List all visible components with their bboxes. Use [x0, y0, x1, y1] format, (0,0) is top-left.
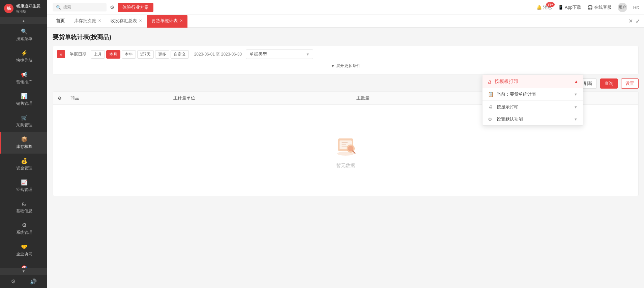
sidebar-scroll-up[interactable]: ▲	[0, 18, 47, 24]
set-default-item[interactable]: ⚙ 设置默认功能 ▼	[482, 113, 583, 125]
sidebar-item-5[interactable]: 📦库存核算	[0, 132, 47, 154]
search-placeholder: 搜索	[63, 4, 71, 10]
search-icon: 🔍	[56, 5, 61, 10]
app-download-icon: 📱	[558, 5, 563, 10]
close-tab-button[interactable]: ✕	[628, 18, 633, 24]
sidebar-item-8[interactable]: 🗂基础信息	[0, 197, 47, 218]
sidebar-icon-8: 🗂	[22, 201, 27, 207]
query-button[interactable]: 查询	[600, 78, 618, 89]
sidebar-scroll-down[interactable]: ▼	[0, 268, 47, 275]
current-template-icon: 📋	[488, 92, 493, 97]
sidebar-footer: ⚙ 🔊	[0, 275, 47, 288]
tab-close-1[interactable]: ✕	[98, 19, 101, 23]
avatar[interactable]: 用户	[618, 3, 627, 12]
expand-more-button[interactable]: ▼ 展开更多条件	[57, 61, 634, 71]
tab-2[interactable]: 收发存汇总表✕	[106, 15, 147, 28]
filter-bar: » 单据日期 上月本月本年近7天更多自定义 2023-06-01 至 2023-…	[53, 46, 639, 74]
sidebar-icon-2: 📢	[21, 71, 28, 78]
date-btn-3[interactable]: 近7天	[137, 50, 154, 59]
tab-label-3: 要货单统计表	[151, 18, 178, 24]
print-current-template[interactable]: 📋 当前：要货单统计表 ▼	[482, 88, 583, 101]
sidebar-label-9: 系统管理	[16, 230, 32, 235]
settings-button[interactable]: 设置	[621, 78, 639, 89]
tab-3[interactable]: 要货单统计表✕	[147, 15, 187, 28]
date-btn-2[interactable]: 本年	[122, 50, 136, 59]
display-print-item[interactable]: 🖨 按显示打印 ▼	[482, 101, 583, 113]
sidebar-icon-5: 📦	[21, 136, 28, 142]
sidebar-icon-10: 🤝	[21, 244, 28, 250]
sidebar-item-10[interactable]: 🤝企业协同	[0, 239, 47, 261]
tabs-bar: 首页库存批次账✕收发存汇总表✕要货单统计表✕ ✕ ⤢	[47, 15, 644, 28]
sidebar-item-1[interactable]: ⚡快捷导航	[0, 46, 47, 67]
sidebar-icon-7: 📈	[21, 179, 28, 186]
order-type-select[interactable]: 单据类型 ▼	[246, 50, 313, 59]
topbar-search[interactable]: 🔍 搜索	[53, 3, 107, 11]
sidebar-label-10: 企业协同	[16, 251, 32, 257]
col-header-product: 商品	[66, 92, 169, 105]
sidebar-label-2: 营销推广	[16, 79, 32, 85]
sidebar-icon-0: 🔍	[21, 28, 28, 35]
tab-close-3[interactable]: ✕	[180, 19, 183, 23]
current-template-label: 当前：要货单统计表	[497, 91, 536, 97]
sidebar-item-0[interactable]: 🔍搜索菜单	[0, 24, 47, 46]
print-dropdown-header[interactable]: 🖨 按模板打印 ▲	[482, 75, 583, 88]
main-area: 🔍 搜索 ⚙ 体验行业方案 🔔 消息 99+ 📱 App下载 🎧 在线客服 用户…	[47, 0, 644, 288]
sidebar-label-1: 快捷导航	[16, 58, 32, 63]
notification-item[interactable]: 🔔 消息 99+	[536, 4, 552, 10]
logo-icon: 畅	[4, 4, 13, 13]
date-btn-0[interactable]: 上月	[91, 50, 105, 59]
sidebar-item-6[interactable]: 💰资金管理	[0, 154, 47, 175]
tab-label-1: 库存批次账	[74, 18, 96, 24]
tab-1[interactable]: 库存批次账✕	[69, 15, 106, 28]
sidebar-item-4[interactable]: 🛒采购管理	[0, 110, 47, 132]
tab-label-0: 首页	[56, 18, 65, 24]
online-service-item[interactable]: 🎧 在线客服	[587, 4, 612, 10]
tab-label-2: 收发存汇总表	[111, 18, 137, 24]
sidebar: 畅 畅康通好生意 标准版 ▲ 🔍搜索菜单⚡快捷导航📢营销推广📊销售管理🛒采购管理…	[0, 0, 47, 288]
date-buttons: 上月本月本年近7天更多自定义	[91, 50, 189, 59]
svg-rect-6	[342, 142, 348, 143]
settings-icon[interactable]: ⚙	[11, 278, 16, 285]
svg-rect-7	[342, 145, 346, 145]
order-type-label: 单据类型	[250, 51, 267, 57]
content-area: 要货单统计表(按商品) » 单据日期 上月本月本年近7天更多自定义 2023-0…	[47, 28, 644, 288]
tab-actions: ✕ ⤢	[628, 18, 640, 24]
tab-close-2[interactable]: ✕	[139, 19, 142, 23]
set-default-icon: ⚙	[488, 117, 493, 122]
date-btn-5[interactable]: 自定义	[171, 50, 189, 59]
topbar-gear-icon[interactable]: ⚙	[110, 4, 114, 10]
current-template-arrow: ▼	[574, 92, 578, 96]
filter-row: » 单据日期 上月本月本年近7天更多自定义 2023-06-01 至 2023-…	[57, 50, 634, 59]
sidebar-item-2[interactable]: 📢营销推广	[0, 67, 47, 89]
sidebar-icon-6: 💰	[21, 158, 28, 164]
sidebar-label-0: 搜索菜单	[16, 36, 32, 42]
col-header-unit: 主计量单位	[169, 92, 352, 105]
refresh-label: 刷新	[584, 81, 592, 87]
sidebar-label-7: 经营管理	[16, 187, 32, 193]
print-dropdown-title: 🖨 按模板打印	[487, 78, 518, 85]
svg-rect-8	[342, 147, 347, 147]
sidebar-item-3[interactable]: 📊销售管理	[0, 89, 47, 110]
display-print-icon: 🖨	[488, 104, 493, 110]
topbar: 🔍 搜索 ⚙ 体验行业方案 🔔 消息 99+ 📱 App下载 🎧 在线客服 用户…	[47, 0, 644, 15]
date-btn-4[interactable]: 更多	[155, 50, 169, 59]
sound-icon[interactable]: 🔊	[30, 278, 37, 285]
app-download-item[interactable]: 📱 App下载	[558, 4, 581, 10]
sidebar-label-4: 采购管理	[16, 122, 32, 128]
select-arrow-icon: ▼	[306, 52, 310, 56]
sidebar-icon-1: ⚡	[21, 50, 28, 56]
sidebar-item-7[interactable]: 📈经营管理	[0, 175, 47, 197]
date-btn-1[interactable]: 本月	[106, 50, 120, 59]
tab-0[interactable]: 首页	[51, 15, 69, 28]
sidebar-label-6: 资金管理	[16, 165, 32, 171]
sidebar-item-9[interactable]: ⚙系统管理	[0, 218, 47, 239]
sidebar-item-11[interactable]: 🎯新手引导	[0, 261, 47, 268]
empty-illustration	[332, 132, 359, 159]
col-header-settings: ⚙	[53, 92, 66, 105]
print-dropdown-close-icon[interactable]: ▲	[574, 79, 578, 84]
expand-more-label: 展开更多条件	[336, 63, 360, 69]
expand-filter-icon[interactable]: »	[57, 50, 65, 58]
sidebar-label-3: 销售管理	[16, 101, 32, 106]
maximize-tab-button[interactable]: ⤢	[636, 18, 640, 24]
trial-button[interactable]: 体验行业方案	[118, 3, 153, 12]
